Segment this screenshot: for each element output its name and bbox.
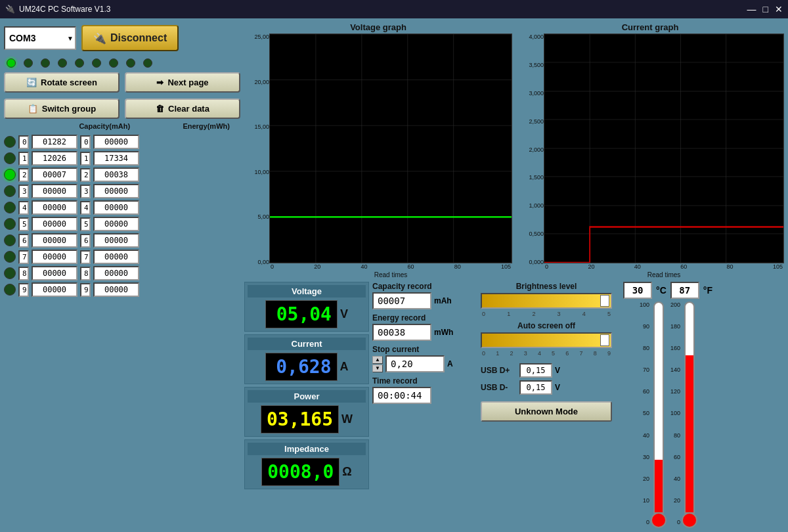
usb-dminus-value[interactable] — [519, 380, 552, 395]
en-field-2[interactable] — [93, 167, 139, 182]
thermo-col: °C °F 100 90 80 70 — [615, 282, 720, 528]
com-port-value: COM3 — [9, 33, 35, 43]
cap-header: Capacity(mAh) — [79, 122, 130, 130]
impedance-meas-label: Impedance — [248, 443, 366, 455]
top-controls: COM3 ▼ 🔌 Disconnect — [4, 22, 240, 54]
cap-field-6[interactable] — [32, 233, 77, 248]
data-table-header: Capacity(mAh) Energy(mWh) — [4, 122, 240, 130]
cap-field-1[interactable] — [32, 151, 77, 166]
celsius-fill — [655, 460, 663, 512]
cap-field-5[interactable] — [32, 217, 77, 231]
indicator-7 — [126, 58, 135, 68]
rotate-screen-button[interactable]: 🔄 Rotate screen — [4, 72, 120, 93]
voltage-graph-title: Voltage graph — [244, 22, 512, 32]
disconnect-icon: 🔌 — [93, 32, 106, 45]
cap-field-4[interactable] — [32, 200, 77, 215]
close-button[interactable]: ✕ — [775, 4, 783, 14]
energy-record-label: Energy record — [372, 313, 477, 322]
power-block: Power 03,165 W — [244, 387, 369, 437]
capacity-record-field[interactable] — [372, 292, 431, 309]
indicator-6 — [109, 58, 118, 68]
switch-group-button[interactable]: 📋 Switch group — [4, 99, 120, 119]
stop-current-up[interactable]: ▲ — [372, 356, 383, 364]
usb-dplus-value[interactable] — [519, 363, 552, 378]
energy-record-field[interactable] — [372, 324, 431, 341]
impedance-unit: Ω — [342, 465, 351, 479]
clear-data-button[interactable]: 🗑 Clear data — [125, 99, 240, 119]
auto-screen-off-slider[interactable] — [481, 332, 612, 348]
table-row: 1 1 — [4, 151, 240, 166]
voltage-unit: V — [340, 307, 348, 321]
measurements-col: Voltage 05,04 V Current 0,628 A — [244, 282, 369, 528]
row-dot-1 — [4, 152, 16, 164]
auto-screen-off-thumb[interactable] — [600, 334, 609, 346]
cap-field-2[interactable] — [32, 167, 77, 182]
table-row: 2 2 — [4, 167, 240, 182]
stop-current-down[interactable]: ▼ — [372, 365, 383, 372]
power-value: 03,165 — [261, 405, 339, 433]
com-port-select[interactable]: COM3 ▼ — [4, 26, 76, 50]
usb-block: USB D+ V USB D- V — [481, 363, 612, 395]
celsius-value[interactable] — [623, 282, 652, 299]
voltage-block: Voltage 05,04 V — [244, 282, 369, 332]
cap-field-9[interactable] — [32, 282, 77, 297]
current-value: 0,628 — [265, 353, 338, 381]
brightness-col: Brightness level 0 1 2 3 4 5 — [481, 282, 612, 528]
switch-clear-row: 📋 Switch group 🗑 Clear data — [4, 99, 240, 119]
fahrenheit-scale: 200 180 160 140 120 100 80 60 40 20 — [670, 301, 696, 528]
en-field-5[interactable] — [93, 217, 139, 231]
app-title: UM24C PC Software V1.3 — [19, 5, 110, 14]
cap-field-8[interactable] — [32, 266, 77, 280]
row-dot-4 — [4, 202, 16, 213]
en-field-9[interactable] — [93, 282, 139, 297]
graphs-row: Voltage graph 25,00 20,00 15,00 10,00 5,… — [244, 22, 784, 278]
brightness-block: Brightness level 0 1 2 3 4 5 — [481, 282, 612, 317]
indicator-1 — [24, 58, 33, 68]
mode-label: Unknown Mode — [515, 407, 578, 416]
auto-screen-off-ticks: 0 1 2 3 4 5 6 7 8 9 — [481, 350, 612, 357]
switch-label: Switch group — [42, 104, 96, 114]
brightness-slider[interactable] — [481, 293, 612, 309]
brightness-thumb[interactable] — [600, 295, 609, 307]
power-unit: W — [341, 412, 353, 426]
left-panel: COM3 ▼ 🔌 Disconnect — [4, 22, 240, 528]
stop-current-block: Stop current ▲ ▼ A — [372, 345, 477, 372]
minimize-button[interactable]: — — [747, 4, 756, 14]
indicator-0 — [7, 58, 16, 68]
fahrenheit-value[interactable] — [670, 282, 699, 299]
fahrenheit-tube — [684, 301, 695, 514]
indicator-4 — [75, 58, 84, 68]
cap-field-3[interactable] — [32, 184, 77, 198]
temp-display-row: °C °F — [615, 282, 720, 299]
cap-field-7[interactable] — [32, 250, 77, 264]
row-dot-0 — [4, 136, 16, 148]
en-field-0[interactable] — [93, 135, 139, 149]
app-icon: 🔌 — [5, 5, 15, 14]
main-content: COM3 ▼ 🔌 Disconnect — [0, 18, 788, 532]
voltage-x-label: Read times — [269, 271, 512, 278]
capacity-record-label: Capacity record — [372, 282, 477, 291]
stop-current-field[interactable] — [385, 355, 445, 372]
stop-current-spinner[interactable]: ▲ ▼ — [372, 356, 383, 372]
cap-field-0[interactable] — [32, 135, 77, 149]
table-row: 7 7 — [4, 250, 240, 264]
en-field-8[interactable] — [93, 266, 139, 280]
table-row: 9 9 — [4, 282, 240, 297]
time-record-field[interactable] — [372, 387, 431, 404]
stop-current-label: Stop current — [372, 345, 477, 354]
en-field-4[interactable] — [93, 200, 139, 215]
en-field-7[interactable] — [93, 250, 139, 264]
disconnect-button[interactable]: 🔌 Disconnect — [81, 25, 179, 51]
row-dot-3 — [4, 185, 16, 197]
en-field-6[interactable] — [93, 233, 139, 248]
celsius-tube-wrap — [652, 301, 665, 528]
next-page-button[interactable]: ➡ Next page — [125, 72, 240, 93]
en-field-3[interactable] — [93, 184, 139, 198]
maximize-button[interactable]: □ — [763, 4, 768, 14]
en-field-1[interactable] — [93, 151, 139, 166]
next-label: Next page — [167, 78, 208, 87]
table-row: 5 5 — [4, 217, 240, 231]
mode-button[interactable]: Unknown Mode — [481, 401, 612, 422]
brightness-ticks: 0 1 2 3 4 5 — [481, 311, 612, 317]
row-dot-5 — [4, 218, 16, 230]
